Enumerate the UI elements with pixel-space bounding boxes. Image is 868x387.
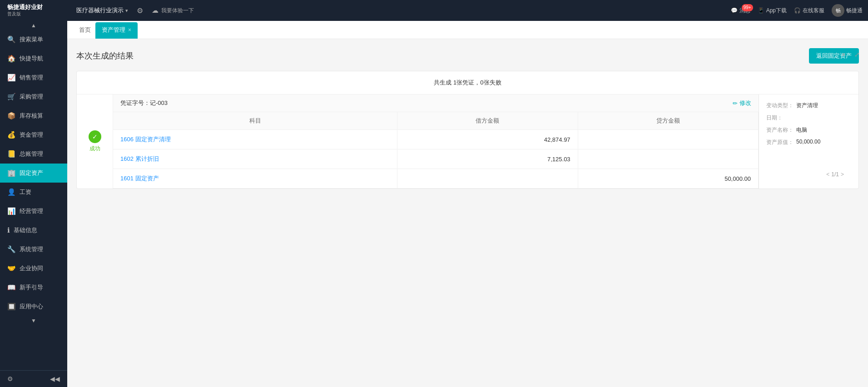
message-badge: 99+ bbox=[742, 4, 753, 11]
subject-cell: 1602 累计折旧 bbox=[113, 149, 397, 169]
success-icon: ✓ bbox=[89, 130, 101, 143]
change-type-value: 资产清理 bbox=[796, 102, 818, 109]
funds-icon: 💰 bbox=[7, 131, 16, 139]
settings-icon[interactable]: ⚙ bbox=[134, 4, 146, 17]
sidebar-label-operations: 经营管理 bbox=[20, 207, 43, 215]
tab-close-icon[interactable]: × bbox=[128, 27, 131, 33]
voucher-header: 凭证字号：记-003 ✏ 修改 bbox=[113, 94, 759, 112]
home-icon: 🏠 bbox=[7, 55, 16, 63]
user-menu[interactable]: 畅 畅捷通 bbox=[832, 4, 863, 17]
sidebar-label-payroll: 工资 bbox=[20, 188, 31, 196]
header-middle: 医疗器械行业演示 ▾ ⚙ ☁ 我要体验一下 bbox=[73, 4, 731, 17]
sidebar-item-guide[interactable]: 📖 新手引导 bbox=[0, 278, 67, 297]
sidebar-label-system: 系统管理 bbox=[20, 245, 43, 253]
page-header-row: 本次生成的结果 返回固定资产 bbox=[76, 48, 859, 64]
experience-label: 我要体验一下 bbox=[161, 7, 194, 15]
debit-cell: 7,125.03 bbox=[397, 149, 578, 169]
sidebar-label-ledger: 总账管理 bbox=[20, 150, 43, 158]
search-icon: 🔍 bbox=[7, 35, 16, 44]
credit-cell bbox=[578, 130, 758, 149]
result-summary: 共生成 1张凭证，0张失败 bbox=[77, 71, 858, 94]
subject-cell: 1601 固定资产 bbox=[113, 169, 397, 189]
experience-button[interactable]: ☁ 我要体验一下 bbox=[152, 6, 194, 15]
chevron-down-icon: ▾ bbox=[125, 8, 128, 14]
app-center-icon: 🔲 bbox=[7, 303, 16, 311]
sidebar: ▲ 🔍 搜索菜单 🏠 快捷导航 📈 销售管理 🛒 采购管理 📦 库存核算 💰 资… bbox=[0, 21, 67, 387]
credit-cell: 50,000.00 bbox=[578, 169, 758, 189]
asset-name-value: 电脑 bbox=[796, 126, 807, 134]
prev-page-button[interactable]: < bbox=[826, 171, 829, 178]
sidebar-label-guide: 新手引导 bbox=[20, 283, 43, 292]
sidebar-footer: ⚙ ◀◀ bbox=[0, 370, 67, 387]
change-type-label: 变动类型： bbox=[766, 102, 794, 109]
header-right: 💬 消息 99+ 📱 App下载 🎧 在线客服 畅 畅捷通 bbox=[731, 4, 863, 17]
expand-panel-button[interactable]: ⤢ bbox=[852, 49, 863, 60]
info-original-value: 资产原值： 50,000.00 bbox=[766, 139, 851, 146]
sidebar-label-search: 搜索菜单 bbox=[20, 35, 43, 44]
sidebar-item-app-center[interactable]: 🔲 应用中心 bbox=[0, 297, 67, 316]
sidebar-item-sales[interactable]: 📈 销售管理 bbox=[0, 68, 67, 87]
sidebar-collapse-icon[interactable]: ◀◀ bbox=[50, 375, 60, 382]
purchase-icon: 🛒 bbox=[7, 93, 16, 101]
col-header-credit: 贷方金额 bbox=[578, 112, 758, 130]
operations-icon: 📊 bbox=[7, 207, 16, 215]
original-value-value: 50,000.00 bbox=[796, 139, 820, 146]
sidebar-item-ledger[interactable]: 📒 总账管理 bbox=[0, 144, 67, 164]
checkmark-icon: ✓ bbox=[92, 133, 98, 140]
sidebar-scroll-up[interactable]: ▲ bbox=[0, 21, 67, 30]
customer-service-label: 在线客服 bbox=[803, 7, 824, 15]
sidebar-item-company-collab[interactable]: 🤝 企业协同 bbox=[0, 259, 67, 278]
page-indicator: 1/1 bbox=[831, 171, 839, 178]
edit-label: 修改 bbox=[739, 99, 751, 107]
sidebar-item-search[interactable]: 🔍 搜索菜单 bbox=[0, 30, 67, 49]
table-row: 1601 固定资产50,000.00 bbox=[113, 169, 759, 189]
logo-title: 畅捷通好业财 bbox=[7, 4, 43, 11]
app-download-label: App下载 bbox=[766, 7, 787, 15]
headset-icon: 🎧 bbox=[794, 7, 801, 14]
message-button[interactable]: 💬 消息 99+ bbox=[731, 7, 750, 15]
customer-service-button[interactable]: 🎧 在线客服 bbox=[794, 7, 824, 15]
sidebar-item-funds[interactable]: 💰 资金管理 bbox=[0, 125, 67, 144]
info-asset-name: 资产名称： 电脑 bbox=[766, 126, 851, 134]
voucher-section: ✓ 成功 凭证字号：记-003 ✏ 修改 bbox=[77, 94, 858, 189]
sidebar-label-app-center: 应用中心 bbox=[20, 303, 43, 311]
top-header: 畅捷通好业财 普及版 医疗器械行业演示 ▾ ⚙ ☁ 我要体验一下 💬 消息 99… bbox=[0, 0, 868, 21]
sidebar-settings-icon[interactable]: ⚙ bbox=[7, 375, 13, 382]
company-name: 医疗器械行业演示 bbox=[76, 6, 124, 15]
info-date: 日期： bbox=[766, 114, 851, 122]
edit-icon: ✏ bbox=[733, 100, 738, 107]
sidebar-item-fixed-assets[interactable]: 🏢 固定资产 bbox=[0, 164, 67, 183]
logo-area: 畅捷通好业财 普及版 bbox=[5, 4, 73, 17]
sidebar-item-inventory[interactable]: 📦 库存核算 bbox=[0, 106, 67, 125]
sidebar-item-purchase[interactable]: 🛒 采购管理 bbox=[0, 87, 67, 106]
tab-asset-management[interactable]: 资产管理 × bbox=[95, 22, 138, 39]
app-download-button[interactable]: 📱 App下载 bbox=[758, 7, 787, 15]
sales-icon: 📈 bbox=[7, 74, 16, 82]
sidebar-item-basic-info[interactable]: ℹ 基础信息 bbox=[0, 221, 67, 240]
sidebar-item-payroll[interactable]: 👤 工资 bbox=[0, 183, 67, 202]
col-header-debit: 借方金额 bbox=[397, 112, 578, 130]
tab-home-label: 首页 bbox=[79, 26, 91, 34]
voucher-edit-button[interactable]: ✏ 修改 bbox=[733, 99, 751, 107]
fixed-assets-icon: 🏢 bbox=[7, 169, 16, 177]
voucher-status-cell: ✓ 成功 bbox=[77, 94, 113, 189]
side-info: 变动类型： 资产清理 日期： 资产名称： 电脑 资产原值： bbox=[759, 94, 858, 189]
col-header-subject: 科目 bbox=[113, 112, 397, 130]
tab-home[interactable]: 首页 bbox=[74, 22, 95, 39]
close-panel-button[interactable]: × bbox=[838, 49, 849, 60]
pagination: < 1/1 > bbox=[766, 168, 851, 181]
company-selector[interactable]: 医疗器械行业演示 ▾ bbox=[76, 6, 128, 15]
sidebar-item-operations[interactable]: 📊 经营管理 bbox=[0, 202, 67, 221]
next-page-button[interactable]: > bbox=[841, 171, 844, 178]
sidebar-label-inventory: 库存核算 bbox=[20, 112, 43, 120]
table-row: 1606 固定资产清理42,874.97 bbox=[113, 130, 759, 149]
user-name: 畅捷通 bbox=[846, 7, 863, 15]
sidebar-item-system[interactable]: 🔧 系统管理 bbox=[0, 240, 67, 259]
sidebar-label-sales: 销售管理 bbox=[20, 74, 43, 82]
sidebar-item-quick-nav[interactable]: 🏠 快捷导航 bbox=[0, 49, 67, 68]
sidebar-label-fixed-assets: 固定资产 bbox=[20, 169, 43, 177]
voucher-no: 凭证字号：记-003 bbox=[120, 99, 168, 107]
cloud-icon: ☁ bbox=[152, 6, 159, 15]
table-row: 1602 累计折旧7,125.03 bbox=[113, 149, 759, 169]
sidebar-scroll-down[interactable]: ▼ bbox=[0, 316, 67, 325]
